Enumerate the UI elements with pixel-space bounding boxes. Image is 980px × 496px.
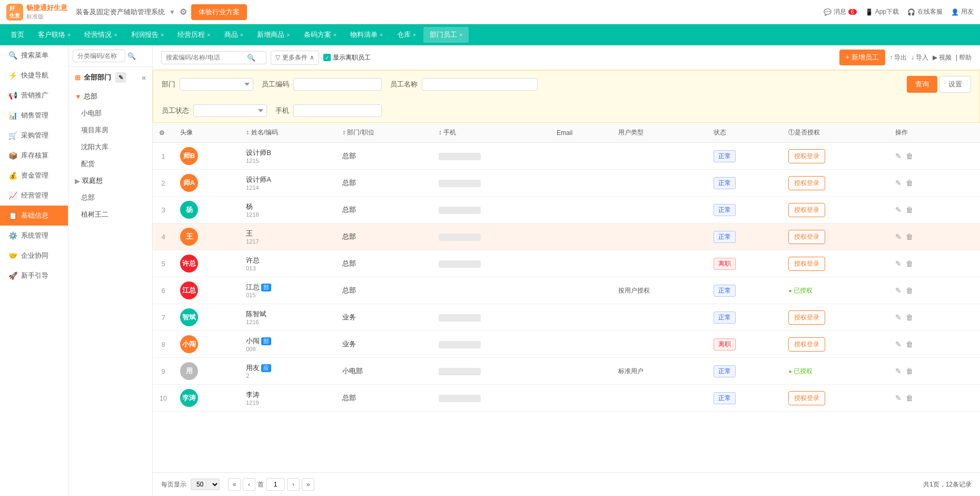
close-icon[interactable]: × — [240, 32, 243, 38]
tab-dept-staff[interactable]: 部门员工 × — [423, 27, 469, 43]
tab-warehouse[interactable]: 仓库 × — [391, 27, 422, 43]
online-service-action[interactable]: 🎧 在线客服 — [907, 7, 943, 16]
auth-login-button[interactable]: 授权登录 — [788, 310, 825, 325]
col-dept[interactable]: ↕ 部门/职位 — [336, 123, 432, 143]
dropdown-arrow-icon[interactable]: ▼ — [169, 8, 175, 16]
dept-item-shuang[interactable]: ▶ 双庭想 — [68, 172, 152, 189]
help-button[interactable]: |帮助 — [956, 53, 972, 62]
tab-history[interactable]: 经营历程 × — [171, 27, 216, 43]
sidebar-item-business[interactable]: 📈 经营管理 — [0, 186, 68, 206]
set-button[interactable]: 设置 — [939, 76, 971, 93]
edit-icon[interactable]: ✎ — [895, 367, 902, 375]
delete-icon[interactable]: 🗑 — [906, 286, 913, 295]
dept-search-input[interactable] — [73, 50, 125, 62]
auth-login-button[interactable]: 授权登录 — [788, 176, 825, 190]
phone-filter-input[interactable] — [293, 104, 382, 117]
gear-icon[interactable]: ⚙ — [180, 7, 187, 17]
dept-item-xiao-dian[interactable]: 小电部 — [68, 105, 152, 122]
dept-search-icon[interactable]: 🔍 — [127, 52, 136, 60]
edit-icon[interactable]: ✎ — [895, 259, 902, 268]
col-settings-btn[interactable]: ⚙ — [153, 123, 174, 143]
tab-operation[interactable]: 经营情况 × — [78, 27, 123, 43]
edit-icon[interactable]: ✎ — [895, 179, 902, 187]
tab-home[interactable]: 首页 — [4, 27, 31, 43]
dept-item-project[interactable]: 项目库房 — [68, 122, 152, 139]
tab-new-product[interactable]: 新增商品 × — [251, 27, 296, 43]
close-icon[interactable]: × — [380, 32, 383, 38]
delete-icon[interactable]: 🗑 — [906, 259, 913, 268]
close-icon[interactable]: × — [333, 32, 336, 38]
dept-item-shenyang[interactable]: 沈阳大库 — [68, 139, 152, 155]
tab-product[interactable]: 商品 × — [218, 27, 250, 43]
sidebar-item-basic-info[interactable]: 📋 基础信息 — [0, 206, 68, 226]
sidebar-item-search[interactable]: 🔍 搜索菜单 — [0, 45, 68, 65]
search-input[interactable] — [166, 54, 245, 61]
edit-icon[interactable]: ✎ — [895, 394, 902, 402]
delete-icon[interactable]: 🗑 — [906, 206, 913, 214]
close-icon[interactable]: × — [286, 32, 290, 38]
auth-login-button[interactable]: 授权登录 — [788, 149, 825, 163]
show-resigned-toggle[interactable]: ✓ 显示离职员工 — [323, 53, 371, 62]
close-icon[interactable]: × — [413, 32, 416, 38]
sidebar-item-marketing[interactable]: 📢 营销推广 — [0, 85, 68, 105]
tab-customer[interactable]: 客户联络 × — [32, 27, 77, 43]
sidebar-item-finance[interactable]: 💰 资金管理 — [0, 166, 68, 186]
app-download-action[interactable]: 📱 App下载 — [865, 7, 899, 16]
tab-profit[interactable]: 利润报告 × — [125, 27, 170, 43]
delete-icon[interactable]: 🗑 — [906, 179, 913, 187]
edit-icon[interactable]: ✎ — [895, 286, 902, 295]
delete-icon[interactable]: 🗑 — [906, 313, 913, 322]
dept-item-hq[interactable]: 总部 — [68, 189, 152, 206]
tab-barcode[interactable]: 条码方案 × — [298, 27, 343, 43]
close-icon[interactable]: × — [114, 32, 117, 38]
col-name[interactable]: ↕ 姓名/编码 — [240, 123, 336, 143]
edit-icon[interactable]: ✎ — [895, 232, 902, 241]
dept-item-plant[interactable]: 植树王二 — [68, 206, 152, 223]
auth-login-button[interactable]: 授权登录 — [788, 230, 825, 244]
more-filter-btn[interactable]: ▽ 更多条件 ∧ — [271, 51, 319, 65]
edit-icon[interactable]: ✎ — [895, 152, 902, 160]
prev-page-button[interactable]: ‹ — [243, 478, 255, 491]
dept-item-delivery[interactable]: 配货 — [68, 155, 152, 172]
trial-button[interactable]: 体验行业方案 — [191, 4, 247, 20]
delete-icon[interactable]: 🗑 — [906, 232, 913, 241]
sidebar-item-purchase[interactable]: 🛒 采购管理 — [0, 125, 68, 145]
add-employee-button[interactable]: + 新增员工 — [839, 50, 885, 65]
close-icon[interactable]: × — [67, 32, 71, 38]
delete-icon[interactable]: 🗑 — [906, 394, 913, 402]
col-phone[interactable]: ↕ 手机 — [432, 123, 550, 143]
next-page-button[interactable]: › — [287, 478, 300, 491]
collapse-icon[interactable]: « — [142, 73, 146, 82]
message-action[interactable]: 💬 消息 6 — [824, 7, 857, 16]
delete-icon[interactable]: 🗑 — [906, 340, 913, 348]
sidebar-item-collab[interactable]: 🤝 企业协同 — [0, 246, 68, 266]
close-icon[interactable]: × — [459, 32, 462, 38]
last-page-button[interactable]: » — [302, 478, 314, 491]
import-button[interactable]: ↓导入 — [911, 53, 928, 62]
search-icon[interactable]: 🔍 — [247, 54, 255, 62]
first-page-button[interactable]: « — [228, 478, 241, 491]
edit-icon[interactable]: ✎ — [895, 313, 902, 322]
auth-login-button[interactable]: 授权登录 — [788, 203, 825, 217]
close-icon[interactable]: × — [207, 32, 210, 38]
auth-login-button[interactable]: 授权登录 — [788, 391, 825, 405]
delete-icon[interactable]: 🗑 — [906, 152, 913, 160]
auth-login-button[interactable]: 授权登录 — [788, 257, 825, 271]
tab-material[interactable]: 物料清单 × — [344, 27, 389, 43]
view-button[interactable]: ▶视频 — [933, 53, 952, 62]
dept-item-headquarters-group[interactable]: ▼ 总部 — [68, 88, 152, 105]
query-button[interactable]: 查询 — [907, 76, 937, 93]
status-filter-select[interactable] — [193, 104, 267, 117]
sidebar-item-sales[interactable]: 📊 销售管理 — [0, 105, 68, 125]
sidebar-item-system[interactable]: ⚙️ 系统管理 — [0, 226, 68, 246]
edit-icon[interactable]: ✎ — [895, 340, 902, 348]
sidebar-item-inventory[interactable]: 📦 库存核算 — [0, 145, 68, 166]
edit-dept-icon[interactable]: ✎ — [115, 72, 126, 83]
close-icon[interactable]: × — [161, 32, 164, 38]
export-button[interactable]: ↑导出 — [889, 53, 907, 62]
delete-icon[interactable]: 🗑 — [906, 367, 913, 375]
sidebar-item-guide[interactable]: 🚀 新手引导 — [0, 266, 68, 286]
edit-icon[interactable]: ✎ — [895, 206, 902, 214]
dept-filter-select[interactable] — [180, 78, 253, 91]
sidebar-item-quick-nav[interactable]: ⚡ 快捷导航 — [0, 65, 68, 85]
